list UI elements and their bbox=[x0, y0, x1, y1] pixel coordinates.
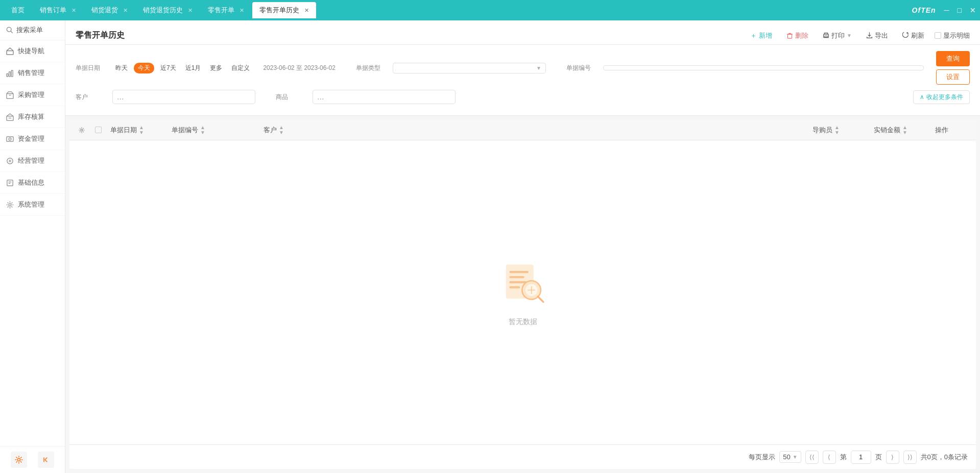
sidebar-item-inventory-label: 库存核算 bbox=[18, 112, 44, 121]
svg-rect-26 bbox=[509, 276, 524, 278]
th-guide[interactable]: 导购员 ▲▼ bbox=[808, 125, 870, 135]
per-page-value: 50 bbox=[783, 453, 790, 461]
sidebar-item-operations[interactable]: 经营管理 bbox=[0, 150, 65, 172]
svg-point-17 bbox=[17, 459, 20, 461]
content-area: 零售开单历史 ＋ 新增 删除 打印 ▼ 导出 bbox=[65, 20, 980, 473]
collapse-icon bbox=[42, 456, 50, 464]
print-dropdown-icon: ▼ bbox=[847, 33, 852, 38]
next-page-btn[interactable]: ⟩ bbox=[886, 451, 899, 464]
close-sales-return-icon[interactable]: ✕ bbox=[123, 7, 128, 14]
date-btn-more[interactable]: 更多 bbox=[207, 63, 225, 73]
close-sales-return-history-icon[interactable]: ✕ bbox=[188, 7, 193, 14]
th-amount-label: 实销金额 bbox=[874, 126, 900, 135]
svg-rect-2 bbox=[7, 51, 13, 55]
tab-home-label: 首页 bbox=[11, 6, 25, 15]
settings-gear-btn[interactable] bbox=[11, 452, 27, 468]
per-page-label: 每页显示 bbox=[749, 453, 775, 462]
sidebar-item-finance[interactable]: 资金管理 bbox=[0, 128, 65, 150]
th-number[interactable]: 单据编号 ▲▼ bbox=[168, 125, 259, 135]
th-op-label: 操作 bbox=[935, 126, 948, 135]
refresh-button[interactable]: 刷新 bbox=[898, 29, 928, 42]
page-title: 零售开单历史 bbox=[76, 30, 125, 41]
minimize-btn[interactable]: ─ bbox=[944, 6, 949, 14]
th-amount[interactable]: 实销金额 ▲▼ bbox=[870, 125, 931, 135]
svg-rect-3 bbox=[7, 73, 8, 77]
sidebar-item-purchase-mgmt[interactable]: 采购管理 bbox=[0, 84, 65, 106]
table-select-all[interactable] bbox=[90, 127, 106, 133]
tab-sales-return[interactable]: 销货退货 ✕ bbox=[84, 2, 135, 18]
sidebar-item-finance-label: 资金管理 bbox=[18, 134, 44, 143]
th-customer[interactable]: 客户 ▲▼ bbox=[259, 125, 808, 135]
collapse-label: 收起更多条件 bbox=[926, 93, 963, 102]
collapse-button[interactable]: ∧ 收起更多条件 bbox=[913, 90, 970, 104]
delete-icon bbox=[786, 32, 793, 39]
product-label: 商品 bbox=[276, 93, 304, 102]
tab-retail-open[interactable]: 零售开单 ✕ bbox=[201, 2, 251, 18]
close-retail-open-history-icon[interactable]: ✕ bbox=[304, 7, 309, 14]
sort-guide-icon: ▲▼ bbox=[834, 125, 840, 135]
maximize-btn[interactable]: □ bbox=[958, 6, 962, 14]
box-icon bbox=[6, 91, 14, 99]
prev-page-btn[interactable]: ⟨ bbox=[823, 451, 836, 464]
product-input[interactable]: ... bbox=[313, 90, 456, 104]
doc-number-input[interactable] bbox=[603, 65, 924, 70]
date-btn-custom[interactable]: 自定义 bbox=[228, 63, 253, 73]
first-page-btn[interactable]: ⟨⟨ bbox=[805, 451, 819, 464]
last-page-btn[interactable]: ⟩⟩ bbox=[903, 451, 917, 464]
select-all-checkbox bbox=[95, 127, 102, 133]
table-settings-btn[interactable] bbox=[74, 127, 90, 134]
add-icon: ＋ bbox=[750, 31, 757, 40]
nav-tabs: 首页 销售订单 ✕ 销货退货 ✕ 销货退货历史 ✕ 零售开单 ✕ 零售开单历史 … bbox=[4, 2, 912, 18]
delete-button[interactable]: 删除 bbox=[782, 29, 812, 42]
export-label: 导出 bbox=[875, 31, 888, 40]
sort-number-icon: ▲▼ bbox=[200, 125, 205, 135]
window-controls: OfTEn ─ □ ✕ bbox=[912, 6, 976, 14]
doc-number-label: 单据编号 bbox=[566, 64, 595, 72]
close-btn[interactable]: ✕ bbox=[970, 6, 976, 14]
print-label: 打印 bbox=[831, 31, 845, 40]
doc-type-select[interactable]: ▼ bbox=[393, 63, 546, 73]
empty-state: 暂无数据 bbox=[69, 140, 976, 444]
query-button[interactable]: 查询 bbox=[936, 51, 970, 66]
date-btn-today[interactable]: 今天 bbox=[134, 63, 154, 73]
collapse-sidebar-btn[interactable] bbox=[38, 452, 54, 468]
filter-row-2: 客户 ... 商品 ... ∧ 收起更多条件 bbox=[76, 90, 970, 104]
sidebar-search[interactable]: 搜索采单 bbox=[0, 20, 65, 40]
date-btn-7days[interactable]: 近7天 bbox=[157, 63, 179, 73]
sidebar-item-quick-nav[interactable]: 快捷导航 bbox=[0, 40, 65, 62]
print-button[interactable]: 打印 ▼ bbox=[819, 29, 856, 42]
add-button[interactable]: ＋ 新增 bbox=[746, 29, 776, 42]
tab-retail-open-history[interactable]: 零售开单历史 ✕ bbox=[252, 2, 316, 18]
close-retail-open-icon[interactable]: ✕ bbox=[240, 7, 244, 14]
sort-amount-icon: ▲▼ bbox=[902, 125, 907, 135]
display-detail-checkbox[interactable]: 显示明细 bbox=[935, 31, 970, 40]
tab-sales-return-label: 销货退货 bbox=[91, 6, 118, 15]
date-btn-yesterday[interactable]: 昨天 bbox=[112, 63, 131, 73]
jump-word: 第 bbox=[840, 453, 847, 462]
tab-sales-order[interactable]: 销售订单 ✕ bbox=[33, 2, 83, 18]
brand-text: OfTEn bbox=[912, 6, 936, 14]
page-number-input[interactable] bbox=[851, 451, 871, 464]
sidebar-bottom bbox=[0, 446, 65, 473]
tab-sales-return-history[interactable]: 销货退货历史 ✕ bbox=[136, 2, 200, 18]
sidebar-item-inventory[interactable]: 库存核算 bbox=[0, 106, 65, 128]
customer-input[interactable]: ... bbox=[112, 90, 255, 104]
svg-line-31 bbox=[538, 296, 543, 302]
per-page-select[interactable]: 50 ▼ bbox=[779, 451, 801, 463]
export-button[interactable]: 导出 bbox=[862, 29, 892, 42]
settings-button[interactable]: 设置 bbox=[936, 69, 970, 85]
sidebar-item-sales-mgmt[interactable]: 销售管理 bbox=[0, 62, 65, 84]
close-sales-order-icon[interactable]: ✕ bbox=[71, 7, 76, 14]
date-btn-1month[interactable]: 近1月 bbox=[182, 63, 204, 73]
tab-home[interactable]: 首页 bbox=[4, 2, 32, 18]
sidebar-item-basic-info[interactable]: 基础信息 bbox=[0, 172, 65, 194]
svg-rect-5 bbox=[11, 70, 13, 76]
checkbox-icon bbox=[935, 32, 941, 39]
main-layout: 搜索采单 快捷导航 销售管理 采购管理 库存核算 资金管理 经营管理 基础信息 bbox=[0, 20, 980, 473]
action-buttons: 查询 设置 bbox=[936, 51, 970, 85]
th-date[interactable]: 单据日期 ▲▼ bbox=[106, 125, 168, 135]
svg-rect-22 bbox=[824, 36, 828, 37]
sidebar-item-system[interactable]: 系统管理 bbox=[0, 194, 65, 216]
doc-type-dropdown-icon: ▼ bbox=[536, 65, 541, 71]
th-number-label: 单据编号 bbox=[172, 126, 198, 135]
